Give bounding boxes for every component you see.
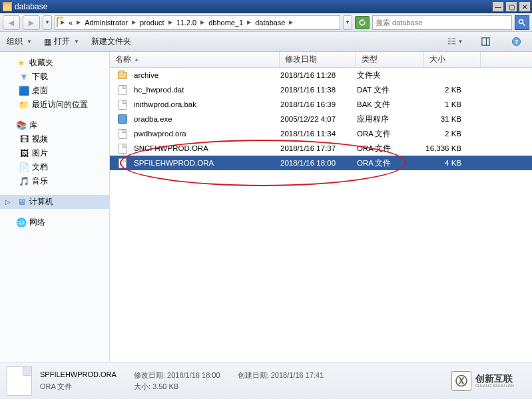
sidebar-item-desktop[interactable]: 🟦桌面	[13, 84, 109, 98]
search-button[interactable]	[515, 15, 529, 30]
sidebar-item-downloads[interactable]: ▼下载	[13, 70, 109, 84]
file-thumbnail	[7, 366, 32, 396]
column-name[interactable]: 名称▲	[110, 52, 280, 67]
file-type: 应用程序	[357, 114, 425, 124]
file-row[interactable]: inithwprod.ora.bak2018/1/16 16:39BAK 文件1…	[110, 97, 532, 112]
file-icon	[117, 84, 129, 95]
sidebar-network[interactable]: 🌐网络	[0, 215, 109, 229]
chevron-right-icon: ▶	[244, 19, 254, 25]
file-date: 2018/1/16 18:00	[280, 159, 357, 167]
svg-rect-4	[447, 43, 450, 44]
file-type: ORA 文件	[357, 129, 425, 139]
details-name: SPFILEHWPROD.ORA	[40, 370, 117, 378]
file-name: SPFILEHWPROD.ORA	[134, 159, 280, 167]
file-name: hc_hwprod.dat	[134, 86, 280, 94]
details-type: ORA 文件	[40, 382, 72, 390]
file-type: ORA 文件	[357, 144, 425, 154]
svg-line-1	[523, 23, 525, 25]
file-row[interactable]: archive2018/1/16 11:28文件夹	[110, 68, 532, 82]
file-row[interactable]: pwdhwprod.ora2018/1/16 11:34ORA 文件2 KB	[110, 126, 532, 141]
breadcrumb-dropdown[interactable]: ▼	[343, 15, 352, 30]
folder-icon	[117, 70, 129, 80]
nav-bar: ◄ ► ▼ ▶ « ▶ Administrator ▶ product ▶ 11…	[0, 13, 532, 32]
sidebar-favorites[interactable]: ★收藏夹	[0, 56, 109, 70]
refresh-button[interactable]	[355, 16, 370, 29]
details-create-value: 2018/1/16 17:41	[271, 371, 324, 379]
history-dropdown[interactable]: ▼	[43, 15, 52, 30]
file-row[interactable]: SPFILEHWPROD.ORA2018/1/16 18:00ORA 文件4 K…	[110, 156, 532, 170]
back-button[interactable]: ◄	[3, 15, 20, 30]
folder-icon	[3, 2, 12, 11]
file-row[interactable]: hc_hwprod.dat2018/1/16 11:38DAT 文件2 KB	[110, 82, 532, 97]
chevron-right-icon: ▶	[74, 19, 83, 25]
chevron-right-icon: ▶	[286, 19, 296, 25]
file-type: ORA 文件	[357, 158, 425, 168]
file-date: 2005/12/22 4:07	[280, 115, 357, 123]
file-icon	[117, 143, 129, 154]
svg-point-0	[519, 19, 523, 23]
crumb-ellipsis[interactable]: «	[67, 19, 74, 27]
close-button[interactable]: ✕	[519, 1, 531, 12]
watermark-text: 创新互联	[475, 374, 514, 384]
chevron-right-icon: ▶	[166, 19, 175, 25]
column-date[interactable]: 修改日期	[280, 52, 356, 67]
watermark-icon: Ⓧ	[451, 371, 471, 391]
preview-pane-button[interactable]	[476, 35, 495, 49]
command-bar: 组织▼ ▦打开▼ 新建文件夹 ▼ ?	[0, 32, 532, 52]
forward-button[interactable]: ►	[23, 15, 40, 30]
file-size: 1 KB	[425, 100, 481, 108]
new-folder-button[interactable]: 新建文件夹	[91, 36, 131, 47]
file-size: 4 KB	[425, 159, 481, 167]
sidebar-item-music[interactable]: 🎵音乐	[13, 174, 109, 188]
help-button[interactable]: ?	[507, 35, 525, 49]
sidebar-item-recent[interactable]: 📁最近访问的位置	[13, 98, 109, 112]
file-name: SNCFHWPROD.ORA	[134, 144, 280, 152]
crumb-product[interactable]: product	[138, 19, 166, 27]
file-list[interactable]: archive2018/1/16 11:28文件夹hc_hwprod.dat20…	[110, 68, 532, 362]
minimize-button[interactable]: —	[492, 1, 504, 12]
sidebar-computer[interactable]: ▷🖥计算机	[0, 195, 109, 209]
sidebar-item-video[interactable]: 🎞视频	[13, 132, 109, 146]
sidebar-item-pictures[interactable]: 🖼图片	[13, 146, 109, 160]
file-date: 2018/1/16 11:34	[280, 130, 357, 138]
column-size[interactable]: 大小	[424, 52, 481, 67]
file-size: 2 KB	[425, 86, 481, 94]
file-size: 31 KB	[425, 115, 481, 123]
open-menu[interactable]: ▦打开▼	[44, 36, 79, 47]
search-box[interactable]	[372, 15, 512, 30]
crumb-dbhome[interactable]: dbhome_1	[207, 19, 244, 27]
crumb-database[interactable]: database	[254, 19, 286, 27]
details-create-label: 创建日期:	[238, 371, 269, 379]
file-icon	[117, 158, 129, 168]
organize-menu[interactable]: 组织▼	[7, 36, 32, 47]
file-size: 16,336 KB	[425, 144, 481, 152]
crumb-version[interactable]: 11.2.0	[175, 19, 198, 27]
search-input[interactable]	[376, 19, 509, 27]
chevron-right-icon: ▶	[129, 19, 138, 25]
file-date: 2018/1/16 11:38	[280, 86, 357, 94]
file-row[interactable]: SNCFHWPROD.ORA2018/1/16 17:37ORA 文件16,33…	[110, 141, 532, 156]
column-type[interactable]: 类型	[356, 52, 424, 67]
svg-rect-6	[451, 41, 455, 42]
breadcrumb[interactable]: ▶ « ▶ Administrator ▶ product ▶ 11.2.0 ▶…	[55, 15, 340, 30]
file-row[interactable]: oradba.exe2005/12/22 4:07应用程序31 KB	[110, 112, 532, 126]
details-mod-value: 2018/1/16 18:00	[167, 371, 220, 379]
view-options-button[interactable]: ▼	[445, 35, 464, 49]
file-icon	[117, 99, 129, 110]
crumb-administrator[interactable]: Administrator	[83, 19, 129, 27]
file-icon	[117, 128, 129, 139]
watermark-sub: CHUANG XIN HU LIAN	[475, 384, 514, 388]
maximize-button[interactable]: ▢	[505, 1, 517, 12]
sidebar-item-documents[interactable]: 📄文档	[13, 160, 109, 174]
details-size-label: 大小:	[134, 382, 150, 390]
sidebar-libraries[interactable]: 📚库	[0, 118, 109, 132]
sidebar: ★收藏夹 ▼下载 🟦桌面 📁最近访问的位置 📚库 🎞视频 🖼图片 📄文档 🎵音乐…	[0, 52, 110, 362]
file-date: 2018/1/16 16:39	[280, 100, 357, 108]
file-name: pwdhwprod.ora	[134, 130, 280, 138]
svg-rect-7	[451, 43, 455, 44]
file-type: 文件夹	[357, 70, 425, 80]
file-name: oradba.exe	[134, 115, 280, 123]
file-date: 2018/1/16 11:28	[280, 71, 357, 79]
chevron-right-icon: ▶	[58, 19, 67, 25]
exe-icon	[117, 114, 129, 124]
